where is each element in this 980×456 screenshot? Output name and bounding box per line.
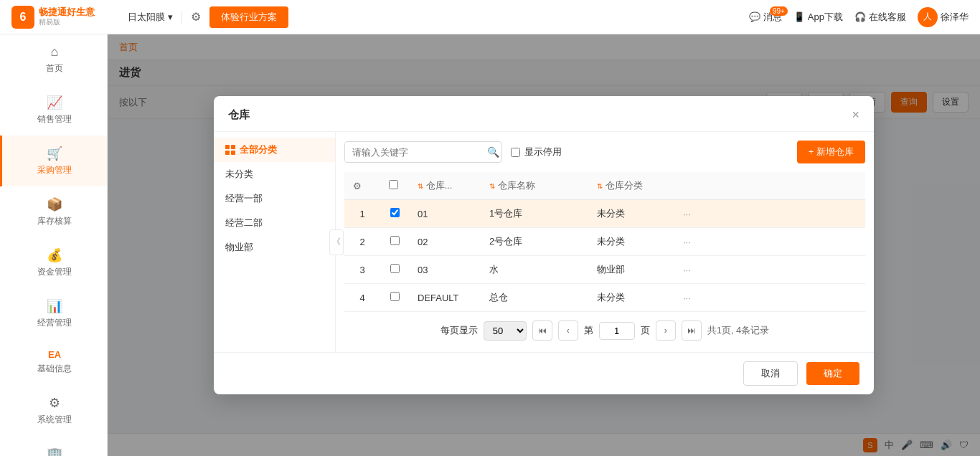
operation-icon: 📊 <box>47 298 62 314</box>
prev-page-btn[interactable]: ‹ <box>558 320 578 341</box>
table-row[interactable]: 2 02 2号仓库 未分类 ··· <box>344 228 865 256</box>
row-action-dots[interactable]: ··· <box>683 265 691 275</box>
cat-all-item[interactable]: 全部分类 <box>214 138 335 162</box>
show-disabled-checkbox[interactable] <box>511 148 520 157</box>
search-wrap: 🔍 <box>344 141 502 163</box>
confirm-btn[interactable]: 确定 <box>806 362 859 385</box>
row-num: 2 <box>344 228 380 256</box>
row-code: DEFAULT <box>409 284 481 312</box>
row-name: 1号仓库 <box>481 200 588 228</box>
basic-icon: EA <box>48 349 61 360</box>
per-page-select[interactable]: 50 20 100 <box>484 321 527 341</box>
search-btn[interactable]: 🔍 <box>480 142 502 162</box>
sidebar-label-finance: 资金管理 <box>37 266 72 278</box>
total-info: 共1页, 4条记录 <box>707 324 770 337</box>
row-action-dots[interactable]: ··· <box>683 237 691 247</box>
cat-item-op2[interactable]: 经营二部 <box>214 211 335 235</box>
table-header-row: ⚙ ⇅ 仓库... <box>344 172 865 200</box>
sidebar-item-sales[interactable]: 📈 销售管理 <box>0 85 107 136</box>
row-checkbox-cell[interactable] <box>380 284 409 312</box>
per-page-label: 每页显示 <box>440 324 478 337</box>
cat-item-op1[interactable]: 经营一部 <box>214 186 335 211</box>
row-num: 1 <box>344 200 380 228</box>
row-action[interactable]: ··· <box>674 228 865 256</box>
dialog-title: 仓库 <box>228 108 250 122</box>
col-code-header: ⇅ 仓库... <box>409 172 481 200</box>
sidebar-item-purchase[interactable]: 🛒 采购管理 <box>0 136 107 186</box>
sidebar-label-basic: 基础信息 <box>37 363 72 375</box>
company-name: 日太阳膜 <box>128 11 165 24</box>
company-selector[interactable]: 日太阳膜 ▾ <box>119 11 182 24</box>
col-check-header <box>380 172 409 200</box>
logo: 6 畅捷通好生意 精易版 <box>11 6 119 29</box>
row-checkbox[interactable] <box>390 236 400 245</box>
row-checkbox[interactable] <box>390 264 400 273</box>
user-menu[interactable]: 人 徐泽华 <box>918 7 969 27</box>
add-warehouse-btn[interactable]: + 新增仓库 <box>797 141 865 163</box>
layout: ⌂ 首页 📈 销售管理 🛒 采购管理 📦 库存核算 💰 资金管理 📊 经营管理 … <box>0 34 980 456</box>
purchase-icon: 🛒 <box>47 146 62 161</box>
sidebar-item-finance[interactable]: 💰 资金管理 <box>0 237 107 288</box>
sidebar-item-system[interactable]: ⚙ 系统管理 <box>0 385 107 436</box>
col-cat-header: ⇅ 仓库分类 <box>588 172 674 200</box>
select-all-checkbox[interactable] <box>389 180 398 189</box>
app-download-btn[interactable]: 📱 App下载 <box>793 11 843 24</box>
topbar-actions: ⚙ 体验行业方案 <box>191 6 288 28</box>
app-download-label: App下载 <box>808 11 843 24</box>
sidebar-item-inventory[interactable]: 📦 库存核算 <box>0 186 107 237</box>
row-checkbox-cell[interactable] <box>380 200 409 228</box>
row-action[interactable]: ··· <box>674 256 865 284</box>
sidebar-item-home[interactable]: ⌂ 首页 <box>0 34 107 85</box>
row-category: 未分类 <box>588 200 674 228</box>
cat-item-unclassified[interactable]: 未分类 <box>214 162 335 186</box>
pagination: 每页显示 50 20 100 ⏮ ‹ 第 页 › <box>344 312 865 343</box>
gear-icon[interactable]: ⚙ <box>191 10 201 24</box>
cancel-btn[interactable]: 取消 <box>743 361 798 386</box>
row-checkbox-cell[interactable] <box>380 228 409 256</box>
enterprise-icon: 🏢 <box>47 446 62 456</box>
row-action[interactable]: ··· <box>674 284 865 312</box>
row-name: 总仓 <box>481 284 588 312</box>
row-code: 02 <box>409 228 481 256</box>
row-checkbox-cell[interactable] <box>380 256 409 284</box>
sidebar: ⌂ 首页 📈 销售管理 🛒 采购管理 📦 库存核算 💰 资金管理 📊 经营管理 … <box>0 34 108 456</box>
sidebar-item-enterprise[interactable]: 🏢 企业协同 <box>0 436 107 456</box>
page-number-input[interactable] <box>599 322 635 340</box>
company-chevron: ▾ <box>168 11 173 22</box>
online-service-btn[interactable]: 🎧 在线客服 <box>854 11 906 24</box>
next-page-btn[interactable]: › <box>656 320 676 341</box>
table-row[interactable]: 3 03 水 物业部 ··· <box>344 256 865 284</box>
first-page-btn[interactable]: ⏮ <box>532 320 552 341</box>
cat-item-property[interactable]: 物业部 <box>214 235 335 260</box>
row-checkbox[interactable] <box>390 208 400 217</box>
topbar-right: 💬 消息 99+ 📱 App下载 🎧 在线客服 人 徐泽华 <box>749 7 969 27</box>
sidebar-label-home: 首页 <box>46 62 63 75</box>
col-gear-header: ⚙ <box>344 172 380 200</box>
sidebar-item-operation[interactable]: 📊 经营管理 <box>0 288 107 339</box>
dialog-close-btn[interactable]: × <box>852 108 859 123</box>
table-head: ⚙ ⇅ 仓库... <box>344 172 865 200</box>
row-code: 03 <box>409 256 481 284</box>
page-label: 第 <box>584 324 593 337</box>
home-icon: ⌂ <box>51 44 59 60</box>
search-input[interactable] <box>345 143 480 162</box>
topbar: 6 畅捷通好生意 精易版 日太阳膜 ▾ ⚙ 体验行业方案 💬 消息 99+ 📱 … <box>0 0 980 34</box>
col-code-label: 仓库... <box>426 180 453 191</box>
industry-btn[interactable]: 体验行业方案 <box>209 6 288 28</box>
grid-icon <box>225 145 235 155</box>
last-page-btn[interactable]: ⏭ <box>682 320 702 341</box>
row-checkbox[interactable] <box>390 292 400 301</box>
table-row[interactable]: 4 DEFAULT 总仓 未分类 ··· <box>344 284 865 312</box>
app-edition: 精易版 <box>39 17 95 27</box>
row-action-dots[interactable]: ··· <box>683 209 691 219</box>
sidebar-item-basic[interactable]: EA 基础信息 <box>0 339 107 385</box>
category-sidebar: 全部分类 未分类 经营一部 经营二部 物业部 《 <box>214 132 336 352</box>
cat-collapse-btn[interactable]: 《 <box>329 229 344 255</box>
message-icon: 💬 <box>749 11 760 22</box>
row-action-dots[interactable]: ··· <box>683 293 691 303</box>
dialog-body: 全部分类 未分类 经营一部 经营二部 物业部 《 <box>214 132 874 352</box>
table-row[interactable]: 1 01 1号仓库 未分类 ··· <box>344 200 865 228</box>
row-action[interactable]: ··· <box>674 200 865 228</box>
message-btn[interactable]: 💬 消息 99+ <box>749 11 782 24</box>
row-num: 4 <box>344 284 380 312</box>
